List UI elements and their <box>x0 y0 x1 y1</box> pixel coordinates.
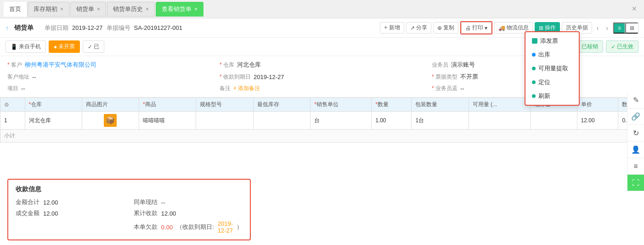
confirm-label: 已 <box>94 43 99 51</box>
address-value: -- <box>32 74 36 80</box>
print-button[interactable]: 🖨 打印 ▾ <box>461 22 491 34</box>
ticket-type-value[interactable]: 不开票 <box>460 73 478 81</box>
customer-value[interactable]: 柳州粤港平安气体有限公司 <box>25 61 96 69</box>
share-button[interactable]: ↗ 分享 <box>406 22 431 34</box>
already-effective-btn[interactable]: ✓ 已生效 <box>606 40 638 53</box>
ticket-icon: ● <box>54 44 57 50</box>
confirm-icon: ✓ <box>88 44 92 50</box>
warehouse-label: 仓库 <box>220 61 234 69</box>
employee-label: 业务员 <box>432 61 448 69</box>
this-order-due-row <box>16 220 120 234</box>
available-qty-label: 可用量提取 <box>538 64 568 73</box>
doc-type-title: 销货单 <box>14 24 34 32</box>
nav-next-btn[interactable]: › <box>603 23 611 33</box>
close-sales-tab[interactable]: × <box>97 6 100 12</box>
ticket-type-label: 票据类型 <box>432 73 458 81</box>
address-field: 客户地址 -- <box>7 73 212 81</box>
outbound-icon <box>532 53 536 57</box>
new-button[interactable]: + 新增 <box>380 22 404 34</box>
nav-prev-btn[interactable]: ‹ <box>594 23 602 33</box>
payment-grid: 金额合计 12.00 同单现结 -- 成交金额 12.00 累计收款 12.00… <box>16 198 243 234</box>
user-side-icon[interactable]: 👤 <box>627 142 644 158</box>
row-unit: 台 <box>310 112 371 130</box>
dropdown-menu: 添发票 出库 可用量提取 定位 刷新 <box>525 31 580 106</box>
deal-amount-value: 12.00 <box>43 210 58 217</box>
col-warehouse: *仓库 <box>25 98 82 112</box>
subtotal-row: 小计 <box>0 130 644 142</box>
already-effective-label: 已生效 <box>617 43 633 51</box>
copy-label: 复制 <box>443 24 454 32</box>
list-view-btn[interactable]: ≡ <box>613 23 625 34</box>
available-qty-item[interactable]: 可用量提取 <box>525 62 579 75</box>
gear-icon[interactable]: ⚙ <box>4 102 9 108</box>
row-product: 嘻嘻嘻嘻 <box>139 112 196 130</box>
edit-side-icon[interactable]: ✎ <box>627 92 644 108</box>
print-btn-wrap: 🖨 打印 ▾ <box>460 21 492 34</box>
from-phone-btn[interactable]: 📱 来自手机 <box>6 40 46 53</box>
close-view-tab[interactable]: × <box>194 6 198 12</box>
address-label: 客户地址 <box>7 73 29 81</box>
close-history-tab[interactable]: × <box>146 6 149 12</box>
same-order-value: -- <box>161 199 165 206</box>
available-qty-icon <box>532 67 536 70</box>
list-side-icon[interactable]: ≡ <box>627 158 644 175</box>
close-window-btn[interactable]: × <box>628 4 640 14</box>
col-unit-price: 单价 <box>577 98 618 112</box>
row-current-stock <box>531 112 577 130</box>
print-dropdown-icon: ▾ <box>485 25 487 31</box>
employee-value[interactable]: 演示账号 <box>451 61 475 69</box>
deal-amount-label: 成交金额 <box>16 209 40 217</box>
salesman-label: 业务员孟 <box>432 85 458 92</box>
row-image: 📦 <box>82 112 139 130</box>
due-date-close: ） <box>237 223 243 231</box>
confirm-btn[interactable]: ✓ 已 <box>83 40 104 53</box>
share-label: 分享 <box>416 24 427 32</box>
customer-field: 客户 柳州粤港平安气体有限公司 <box>7 61 212 69</box>
add-note-btn[interactable]: + 添加备注 <box>233 85 260 92</box>
tab-inventory-init[interactable]: 库存期初 × <box>28 2 69 17</box>
payment-info-box: 收款信息 金额合计 12.00 同单现结 -- 成交金额 12.00 累计收款 … <box>7 179 251 240</box>
tab-view-sales[interactable]: 查看销货单 × <box>156 2 203 17</box>
logistics-label: 物流信息 <box>507 24 529 32</box>
due-date-field: 收款到期日 2019-12-27 <box>220 73 424 81</box>
col-min-stock: 最低库存 <box>253 98 310 112</box>
action-left: 📱 来自手机 ● 未开票 ✓ 已 <box>6 40 104 53</box>
refresh-item[interactable]: 刷新 <box>525 89 579 103</box>
print-label: 打印 <box>472 24 483 32</box>
view-toggle: ≡ ⊞ <box>613 22 638 34</box>
warehouse-value[interactable]: 河北仓库 <box>237 61 261 69</box>
locate-label: 定位 <box>538 78 550 86</box>
same-order-settle-row: 同单现结 -- <box>134 198 243 206</box>
due-date-value[interactable]: 2019-12-27 <box>254 74 284 80</box>
due-date-note: （收款到期日: <box>176 223 214 231</box>
col-available: 可用量 (... <box>469 98 531 112</box>
link-side-icon[interactable]: 🔗 <box>627 108 644 125</box>
not-open-ticket-btn[interactable]: ● 未开票 <box>49 40 80 53</box>
grid-view-btn[interactable]: ⊞ <box>625 23 638 34</box>
operate-label: 操作 <box>545 24 556 32</box>
close-inventory-tab[interactable]: × <box>60 6 63 12</box>
tab-sales-order[interactable]: 销货单 × <box>70 2 106 17</box>
row-available <box>469 112 531 130</box>
col-settings[interactable]: ⚙ <box>0 98 25 112</box>
note-field: 备注 + 添加备注 <box>220 85 424 92</box>
action-right: ✓ 已核销 ✓ 已生效 <box>571 40 638 53</box>
product-image: 📦 <box>104 114 117 127</box>
expand-side-icon[interactable]: ⛶ <box>627 175 644 191</box>
row-min-stock <box>253 112 310 130</box>
copy-button[interactable]: ⊕ 复制 <box>433 22 458 34</box>
tab-sales-label: 销货单 <box>76 5 94 13</box>
tab-sales-history[interactable]: 销货单历史 × <box>107 2 155 17</box>
product-table-area: ⚙ *仓库 商品图片 *商品 规格型号 最低库存 *销售单位 *数量 包装数量 … <box>0 97 644 174</box>
copy-icon: ⊕ <box>437 25 442 31</box>
row-unit-price: 12.00 <box>577 112 618 130</box>
col-spec: 规格型号 <box>196 98 253 112</box>
tab-home[interactable]: 首页 <box>4 2 27 17</box>
right-side-icons: ✎ 🔗 ↻ 👤 ≡ ⛶ <box>627 92 644 191</box>
row-warehouse: 河北仓库 <box>25 112 82 130</box>
refresh-side-icon[interactable]: ↻ <box>627 125 644 142</box>
doc-number: SA-20191227-001 <box>134 24 183 31</box>
outbound-item[interactable]: 出库 <box>525 48 579 62</box>
locate-item[interactable]: 定位 <box>525 75 579 89</box>
add-invoice-item[interactable]: 添发票 <box>525 34 579 48</box>
